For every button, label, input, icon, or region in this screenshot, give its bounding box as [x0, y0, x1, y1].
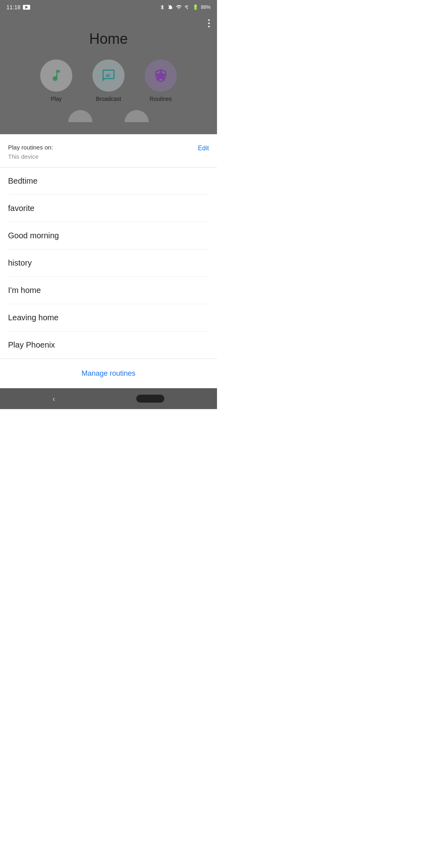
routine-item-favorite[interactable]: favorite: [8, 195, 209, 222]
broadcast-icon: [101, 68, 116, 83]
mute-icon: [168, 4, 173, 10]
manage-routines-button[interactable]: Manage routines: [82, 369, 135, 377]
dot3: [208, 26, 210, 27]
play-routines-info: Play routines on: This device: [8, 144, 53, 160]
routine-item-im-home[interactable]: I'm home: [8, 277, 209, 304]
bluetooth-icon: [160, 4, 165, 10]
routines-icon: [154, 68, 168, 83]
play-action[interactable]: Play: [40, 59, 72, 102]
routines-list: Bedtime favorite Good morning history I'…: [0, 168, 217, 358]
dot2: [208, 23, 210, 24]
broadcast-label: Broadcast: [96, 96, 121, 102]
partial-circles-row: [0, 110, 217, 122]
routine-item-play-phoenix[interactable]: Play Phoenix: [8, 332, 209, 358]
edit-button[interactable]: Edit: [198, 144, 209, 152]
play-circle: [40, 59, 72, 92]
back-button[interactable]: ‹: [53, 394, 55, 403]
wifi-icon: [176, 4, 182, 10]
signal-icon: [184, 4, 190, 10]
partial-circle-right: [125, 110, 149, 122]
youtube-icon: [23, 5, 30, 10]
bottom-nav-bar: ‹: [0, 388, 217, 409]
time-display: 11:18: [6, 4, 20, 10]
play-routines-section: Play routines on: This device Edit: [0, 134, 217, 168]
manage-routines-section: Manage routines: [0, 358, 217, 388]
battery-icon: 🔋: [192, 4, 199, 10]
action-buttons-row: Play Broadcast Routines: [0, 59, 217, 106]
status-time-area: 11:18: [6, 4, 30, 10]
routines-label: Routines: [149, 96, 172, 102]
battery-percent: 86%: [201, 4, 211, 10]
top-background-area: Home Play Broadcast: [0, 14, 217, 134]
play-label: Play: [51, 96, 61, 102]
partial-circle-left: [68, 110, 92, 122]
music-note-icon: [49, 68, 63, 83]
status-icons-area: 🔋 86%: [160, 4, 211, 10]
play-routines-device: This device: [8, 153, 53, 160]
routine-item-bedtime[interactable]: Bedtime: [8, 168, 209, 195]
broadcast-circle: [92, 59, 125, 92]
broadcast-action[interactable]: Broadcast: [92, 59, 125, 102]
routines-action[interactable]: Routines: [145, 59, 177, 102]
routine-item-leaving-home[interactable]: Leaving home: [8, 304, 209, 332]
routine-item-history[interactable]: history: [8, 250, 209, 277]
play-routines-label: Play routines on:: [8, 144, 53, 151]
dot1: [208, 19, 210, 21]
page-title: Home: [0, 14, 217, 59]
home-indicator[interactable]: [136, 395, 164, 403]
status-bar: 11:18 🔋 86%: [0, 0, 217, 14]
bottom-sheet: Play routines on: This device Edit Bedti…: [0, 134, 217, 388]
routines-circle: [145, 59, 177, 92]
routine-item-good-morning[interactable]: Good morning: [8, 222, 209, 250]
more-options-button[interactable]: [208, 19, 210, 27]
